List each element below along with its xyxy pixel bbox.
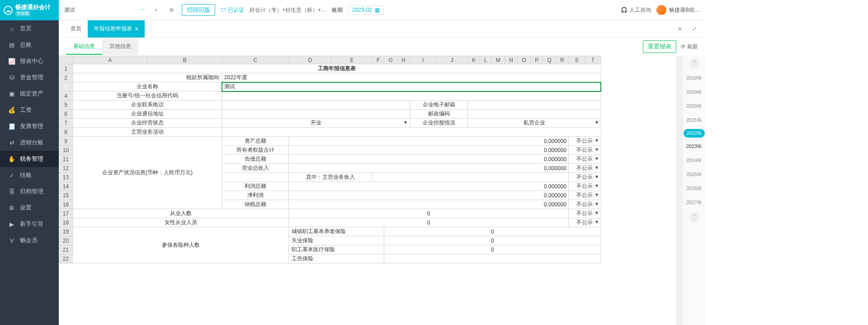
reset-report-button[interactable]: 重置报表 <box>643 40 676 53</box>
disclose-select[interactable]: 不公示 <box>569 182 601 191</box>
product-list: 好会计（专）+好生意（标）+… <box>250 6 326 14</box>
brand-name: 畅捷通好会计 <box>15 4 51 10</box>
col-header[interactable]: S <box>569 56 585 64</box>
settings-icon: ⚙ <box>8 204 15 211</box>
sidebar-item-asset[interactable]: ▣固定资产 <box>0 86 59 102</box>
col-header[interactable]: P <box>531 56 543 64</box>
sidebar-item-salary[interactable]: 💰工资 <box>0 102 59 118</box>
year-2023年[interactable]: 2023年 <box>686 141 702 152</box>
year-2024年[interactable]: 2024年 <box>686 155 702 166</box>
col-header[interactable]: T <box>585 56 601 64</box>
col-header[interactable]: A <box>73 56 147 64</box>
subtab-row: 基础信息其他信息 重置报表 ⟳ 刷新 <box>59 38 705 56</box>
sidebar-item-inout[interactable]: ⇄进销台账 <box>0 134 59 151</box>
brand-logo: ☁ 畅捷通好会计 专业版 <box>0 0 59 20</box>
subtab-基础信息[interactable]: 基础信息 <box>66 39 102 55</box>
col-header[interactable]: N <box>505 56 518 64</box>
col-header[interactable]: I <box>410 56 436 64</box>
year-2018年[interactable]: 2018年 <box>686 73 702 83</box>
tab-首页[interactable]: 首页 <box>64 20 88 38</box>
sheet-title: 工商年报信息表 <box>73 64 601 73</box>
year-rail: ˄ 2018年2019年2020年2021年2022年2023年2024年202… <box>683 56 705 325</box>
brand-edition: 专业版 <box>15 11 30 16</box>
year-up-button[interactable]: ˄ <box>689 58 699 68</box>
user-menu[interactable]: 畅捷通B组… <box>656 5 700 15</box>
disclose-select[interactable]: 不公示 <box>569 155 601 164</box>
col-header[interactable]: E <box>331 56 373 64</box>
period-label: 账期 <box>332 6 343 14</box>
cloud-icon: ☁ <box>4 6 13 15</box>
year-2026年[interactable]: 2026年 <box>686 183 702 194</box>
col-header[interactable]: Q <box>543 56 556 64</box>
sidebar-item-funds[interactable]: ⛁资金管理 <box>0 69 59 86</box>
refresh-button[interactable]: ⟳ 刷新 <box>681 43 698 51</box>
disclose-select[interactable]: 不公示 <box>569 200 601 209</box>
col-header[interactable]: K <box>468 56 480 64</box>
col-header[interactable]: L <box>480 56 491 64</box>
year-2025年[interactable]: 2025年 <box>686 169 702 180</box>
company-selector[interactable]: 测试 ﹀ <box>64 4 146 16</box>
chevron-down-icon: ﹀ <box>140 6 146 14</box>
col-header[interactable]: F <box>373 56 384 64</box>
disclose-select[interactable]: 不公示 <box>569 146 601 155</box>
sidebar-item-archive[interactable]: 🗄归档管理 <box>0 183 59 200</box>
sidebar-nav: ⌂首页▤总账📈报表中心⛁资金管理▣固定资产💰工资🧾发票管理⇄进销台账✋税务管理✓… <box>0 20 59 249</box>
disclose-select[interactable]: 不公示 <box>569 191 601 200</box>
col-header[interactable] <box>59 56 73 64</box>
business-status-select[interactable]: 开业 <box>222 119 410 128</box>
sidebar-item-ledger[interactable]: ▤总账 <box>0 37 59 53</box>
year-2020年[interactable]: 2020年 <box>686 101 702 111</box>
guide-icon: ▶ <box>8 220 15 228</box>
salary-icon: 💰 <box>8 106 15 114</box>
shield-icon: 🛡 <box>221 7 226 13</box>
sidebar-item-settings[interactable]: ⚙设置 <box>0 200 59 216</box>
col-header[interactable]: C <box>222 56 288 64</box>
inout-icon: ⇄ <box>8 139 15 146</box>
sidebar-item-tax[interactable]: ✋税务管理 <box>0 151 59 167</box>
sidebar-item-vip[interactable]: V畅会员 <box>0 232 59 249</box>
archive-icon: 🗄 <box>8 188 15 195</box>
spreadsheet[interactable]: ABCDEFGHIJKLMNOPQRST1工商年报信息表2税款所属期间:2022… <box>59 56 676 325</box>
asset-icon: ▣ <box>8 90 15 97</box>
support-button[interactable]: 🎧 人工咨询 <box>621 6 651 14</box>
col-header[interactable]: J <box>436 56 468 64</box>
period-selector[interactable]: 2023-02 ▦ <box>348 5 384 14</box>
col-header[interactable]: G <box>384 56 397 64</box>
invoice-icon: 🧾 <box>8 123 15 130</box>
avatar <box>656 5 666 15</box>
col-header[interactable]: B <box>147 56 222 64</box>
sidebar: ☁ 畅捷通好会计 专业版 ⌂首页▤总账📈报表中心⛁资金管理▣固定资产💰工资🧾发票… <box>0 0 59 325</box>
year-2019年[interactable]: 2019年 <box>686 87 702 97</box>
sidebar-item-report[interactable]: 📈报表中心 <box>0 53 59 69</box>
close-icon[interactable]: × <box>135 25 138 33</box>
close-icon: ✓ <box>8 172 15 179</box>
company-name-cell[interactable]: 测试 <box>222 82 601 91</box>
add-company-button[interactable]: ＋ <box>151 5 161 15</box>
page-tabs: 首页年报信息申报表× ✕ ⤢ <box>59 20 705 38</box>
year-2027年[interactable]: 2027年 <box>686 197 702 208</box>
disclose-select[interactable]: 不公示 <box>569 164 601 173</box>
col-header[interactable]: M <box>491 56 505 64</box>
settings-gear-icon[interactable]: ⚙ <box>166 5 176 15</box>
year-down-button[interactable]: ˅ <box>689 212 699 222</box>
switch-old-version-button[interactable]: 切回旧版 <box>182 4 215 16</box>
col-header[interactable]: D <box>289 56 331 64</box>
col-header[interactable]: R <box>556 56 569 64</box>
sidebar-item-close[interactable]: ✓结账 <box>0 167 59 183</box>
year-2022年[interactable]: 2022年 <box>684 129 705 138</box>
disclose-select[interactable]: 不公示 <box>569 173 601 182</box>
col-header[interactable]: O <box>518 56 531 64</box>
disclose-select[interactable]: 不公示 <box>569 137 601 146</box>
subtab-其他信息[interactable]: 其他信息 <box>102 39 138 55</box>
fullscreen-button[interactable]: ⤢ <box>689 24 700 34</box>
vertical-scrollbar[interactable] <box>676 56 683 325</box>
sidebar-item-invoice[interactable]: 🧾发票管理 <box>0 118 59 134</box>
topbar: 测试 ﹀ ＋ ⚙ 切回旧版 🛡 已认证 好会计（专）+好生意（标）+… 账期 2… <box>59 0 705 20</box>
holding-select[interactable]: 私营企业 <box>468 119 601 128</box>
sidebar-item-guide[interactable]: ▶新手引导 <box>0 216 59 232</box>
sidebar-item-home[interactable]: ⌂首页 <box>0 20 59 37</box>
close-all-tabs-button[interactable]: ✕ <box>675 24 685 34</box>
col-header[interactable]: H <box>397 56 410 64</box>
year-2021年[interactable]: 2021年 <box>686 115 702 125</box>
tab-年报信息申报表[interactable]: 年报信息申报表× <box>88 20 145 38</box>
